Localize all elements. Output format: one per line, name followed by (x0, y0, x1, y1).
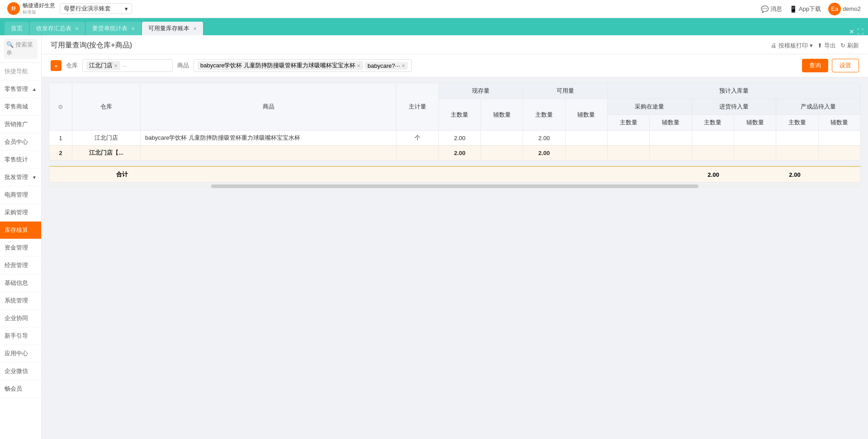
sidebar-item-quick-nav[interactable]: 快捷导航 (0, 63, 41, 80)
tab-order[interactable]: 要货单统计表 ✕ (86, 22, 141, 35)
sidebar-search: 🔍 搜索菜单 (0, 35, 41, 63)
sidebar-item-retail[interactable]: 零售管理 ▲ (0, 80, 41, 98)
warehouse-tag-remove[interactable]: ✕ (114, 63, 118, 68)
refresh-icon: ↻ (840, 42, 845, 49)
sidebar-item-operation[interactable]: 经营管理 (0, 257, 41, 274)
th-stock-group: 现存量 (439, 83, 523, 99)
cell-purchase-sub-1 (650, 131, 692, 146)
product-tag-2-remove[interactable]: ✕ (401, 63, 405, 68)
search-menu-btn[interactable]: 🔍 搜索菜单 (4, 39, 38, 59)
cell-warehouse-1: 江北门店 (72, 131, 141, 146)
tab-available[interactable]: 可用量库存账本 ✕ (142, 22, 203, 35)
sidebar-item-vip[interactable]: 畅会员 (0, 380, 41, 398)
footer-summary-label: 合计 (116, 170, 657, 179)
cell-incoming-main-1 (692, 131, 734, 146)
table-footer: 合计 2.00 2.00 (49, 166, 861, 183)
warehouse-label: 仓库 (66, 61, 78, 70)
industry-select[interactable]: 母婴行业演示账套 ▾ (60, 3, 132, 14)
th-stock-sub: 辅数量 (481, 99, 523, 131)
footer-avail-main: 2.00 (774, 171, 815, 178)
th-avail-main: 主数量 (523, 99, 565, 131)
tab-home[interactable]: 首页 (5, 22, 29, 35)
cell-incoming-sub-1 (734, 131, 776, 146)
main-table: ⚙ 仓库 商品 主计量 现存量 可用量 预计入库量 主数量 辅数量 主数量 辅数… (49, 83, 861, 160)
th-main-unit: 主计量 (396, 83, 439, 131)
sidebar-item-appcenter[interactable]: 应用中心 (0, 345, 41, 363)
tab-receipt[interactable]: 收发存汇总表 ✕ (30, 22, 85, 35)
cell-stock-main-1: 2.00 (439, 131, 481, 146)
cell-warehouse-2: 江北门店【... (72, 146, 141, 160)
chevron-down-icon-2: ▾ (810, 42, 813, 49)
product-tag-1-remove[interactable]: ✕ (357, 63, 360, 68)
sidebar-item-marketing[interactable]: 营销推广 (0, 116, 41, 133)
printer-icon: 🖨 (771, 42, 777, 49)
sidebar-item-purchase[interactable]: 采购管理 (0, 204, 41, 222)
cell-product-1: babycare学饮杯 儿童防摔防撞吸管杯重力球吸嘴杯宝宝水杯 (140, 131, 396, 146)
th-purchase-main: 主数量 (607, 115, 649, 131)
sidebar-item-retail-stat[interactable]: 零售统计 (0, 151, 41, 169)
top-bar-left: 好 畅捷通好生意 标准版 母婴行业演示账套 ▾ (7, 2, 132, 15)
th-avail-sub: 辅数量 (565, 99, 607, 131)
export-btn[interactable]: ⬆ 导出 (817, 42, 836, 50)
sidebar-item-wholesale[interactable]: 批发管理 ▼ (0, 169, 41, 186)
message-btn[interactable]: 💬 消息 (761, 5, 782, 13)
mobile-icon: 📱 (789, 5, 797, 13)
warehouse-more[interactable]: ··· (122, 62, 127, 69)
logo-sub: 标准版 (23, 9, 55, 15)
tab-close-all[interactable]: ✕ (849, 28, 854, 35)
message-icon: 💬 (761, 5, 769, 13)
search-icon: 🔍 (6, 41, 15, 48)
sidebar-item-ecommerce[interactable]: 电商管理 (0, 186, 41, 204)
scrollbar-track (49, 184, 861, 188)
sidebar-item-enterprise[interactable]: 企业协同 (0, 310, 41, 327)
gear-icon[interactable]: ⚙ (58, 104, 63, 110)
cell-avail-main-2: 2.00 (523, 146, 565, 160)
logo-icon: 好 (7, 2, 20, 15)
tab-nav: 首页 收发存汇总表 ✕ 要货单统计表 ✕ 可用量库存账本 ✕ ✕ ⛶ (0, 18, 868, 35)
sidebar-item-inventory[interactable]: 库存核算 (0, 222, 41, 239)
th-incoming-group: 进货待入量 (692, 99, 776, 115)
table-row: 2 江北门店【... 2.00 2.00 (49, 146, 861, 160)
sidebar-item-basic[interactable]: 基础信息 (0, 274, 41, 292)
export-icon: ⬆ (817, 42, 822, 49)
cell-stock-main-2: 2.00 (439, 146, 481, 160)
th-gear[interactable]: ⚙ (49, 83, 72, 131)
product-tag-2: babycare?··· ✕ (365, 62, 408, 70)
table-row: 1 江北门店 babycare学饮杯 儿童防摔防撞吸管杯重力球吸嘴杯宝宝水杯 个… (49, 131, 861, 146)
tab-maximize[interactable]: ⛶ (857, 28, 863, 35)
cell-unit-1: 个 (396, 131, 439, 146)
content-area: 可用量查询(按仓库+商品) 🖨 按模板打印 ▾ ⬆ 导出 ↻ 刷新 (42, 35, 868, 439)
logo-text: 畅捷通好生意 (23, 2, 55, 9)
tab-receipt-close[interactable]: ✕ (75, 26, 79, 31)
scrollbar-thumb[interactable] (211, 184, 698, 188)
logo-area: 好 畅捷通好生意 标准版 (7, 2, 55, 15)
user-avatar[interactable]: Ea demo2 (828, 3, 861, 15)
tab-available-close[interactable]: ✕ (193, 26, 197, 31)
sidebar-item-finance[interactable]: 资金管理 (0, 239, 41, 257)
warehouse-input[interactable]: 江北门店 ✕ ··· (82, 59, 173, 72)
template-print-btn[interactable]: 🖨 按模板打印 ▾ (771, 42, 813, 50)
sidebar-item-retail-mall[interactable]: 零售商城 (0, 98, 41, 116)
cell-product-sub-1 (818, 131, 860, 146)
app-download-btn[interactable]: 📱 App下载 (789, 5, 821, 13)
th-incoming-sub: 辅数量 (734, 115, 776, 131)
sidebar-item-enterprise-wechat[interactable]: 企业微信 (0, 363, 41, 380)
th-product: 商品 (140, 83, 396, 131)
sidebar-item-newguide[interactable]: 新手引导 (0, 327, 41, 345)
filter-expand-btn[interactable]: » (51, 60, 61, 71)
tab-order-close[interactable]: ✕ (131, 26, 135, 31)
cell-incoming-main-2 (692, 146, 734, 160)
setting-btn[interactable]: 设置 (832, 59, 859, 72)
page-header: 可用量查询(按仓库+商品) 🖨 按模板打印 ▾ ⬆ 导出 ↻ 刷新 (42, 35, 868, 54)
filter-actions: 查询 设置 (802, 59, 859, 72)
cell-seq-2: 2 (49, 146, 72, 160)
sidebar-item-member[interactable]: 会员中心 (0, 133, 41, 151)
refresh-btn[interactable]: ↻ 刷新 (840, 42, 859, 50)
sidebar-item-system[interactable]: 系统管理 (0, 292, 41, 310)
query-btn[interactable]: 查询 (802, 59, 828, 72)
th-purchase-group: 采购在途量 (607, 99, 692, 115)
th-product-group: 产成品待入量 (776, 99, 861, 115)
product-input[interactable]: babycare学饮杯 儿童防摔防撞吸管杯重力球吸嘴杯宝宝水杯 ✕ babyca… (193, 59, 412, 72)
chevron-down-icon: ▾ (125, 5, 128, 12)
filter-row: » 仓库 江北门店 ✕ ··· 商品 babycare学饮杯 儿童防摔防撞吸管杯… (42, 54, 868, 77)
